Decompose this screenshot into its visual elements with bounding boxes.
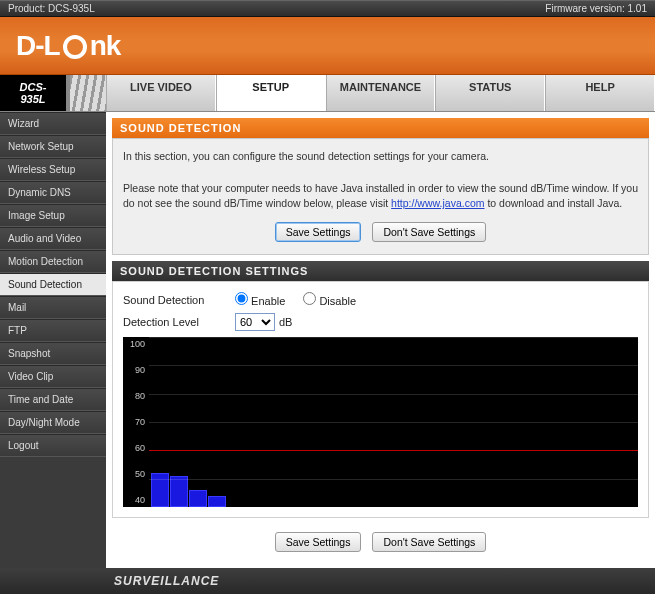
chart-plot-area xyxy=(149,337,638,507)
sound-chart: 100908070605040 xyxy=(123,337,638,507)
chart-gridline xyxy=(149,422,638,423)
content-area: SOUND DETECTION In this section, you can… xyxy=(106,112,655,568)
row-sound-detection: Sound Detection Enable Disable xyxy=(123,292,638,307)
tab-maintenance[interactable]: MAINTENANCE xyxy=(326,75,436,111)
footer-band-text: SURVEILLANCE xyxy=(114,574,219,588)
sidebar-item-time-and-date[interactable]: Time and Date xyxy=(0,388,106,411)
firmware-label: Firmware version: 1.01 xyxy=(545,3,647,14)
sidebar: WizardNetwork SetupWireless SetupDynamic… xyxy=(0,112,106,568)
sidebar-item-wizard[interactable]: Wizard xyxy=(0,112,106,135)
save-button-bottom[interactable]: Save Settings xyxy=(275,532,362,552)
nav-stripes-icon xyxy=(70,75,106,111)
sidebar-item-video-clip[interactable]: Video Clip xyxy=(0,365,106,388)
sidebar-item-snapshot[interactable]: Snapshot xyxy=(0,342,106,365)
tab-live-video[interactable]: LIVE VIDEO xyxy=(106,75,216,111)
dlink-logo: D-Lnk xyxy=(16,30,120,62)
dont-save-button-top[interactable]: Don't Save Settings xyxy=(372,222,486,242)
enable-radio[interactable] xyxy=(235,292,248,305)
dont-save-button-bottom[interactable]: Don't Save Settings xyxy=(372,532,486,552)
chart-bar xyxy=(170,476,188,507)
chart-y-axis: 100908070605040 xyxy=(123,337,149,507)
copyright: Copyright 2014, D-Link Corporation / D-L… xyxy=(0,594,655,610)
chart-bar xyxy=(189,490,207,507)
chart-ytick: 40 xyxy=(135,495,145,505)
product-tag: DCS-935L xyxy=(0,75,70,111)
chart-ytick: 60 xyxy=(135,443,145,453)
intro-text: In this section, you can configure the s… xyxy=(123,149,638,165)
chart-ytick: 80 xyxy=(135,391,145,401)
row-detection-level: Detection Level 60 dB xyxy=(123,313,638,331)
save-button-top[interactable]: Save Settings xyxy=(275,222,362,242)
chart-ytick: 70 xyxy=(135,417,145,427)
enable-option[interactable]: Enable xyxy=(235,292,285,307)
sidebar-item-audio-and-video[interactable]: Audio and Video xyxy=(0,227,106,250)
chart-gridline xyxy=(149,365,638,366)
sidebar-item-motion-detection[interactable]: Motion Detection xyxy=(0,250,106,273)
chart-gridline xyxy=(149,507,638,508)
chart-threshold-line xyxy=(149,450,638,451)
detection-level-select[interactable]: 60 xyxy=(235,313,275,331)
chart-ytick: 90 xyxy=(135,365,145,375)
sidebar-item-dynamic-dns[interactable]: Dynamic DNS xyxy=(0,181,106,204)
disable-option[interactable]: Disable xyxy=(303,292,356,307)
chart-gridline xyxy=(149,479,638,480)
settings-title: SOUND DETECTION SETTINGS xyxy=(112,261,649,281)
sidebar-item-day-night-mode[interactable]: Day/Night Mode xyxy=(0,411,106,434)
sound-detection-label: Sound Detection xyxy=(123,294,235,306)
chart-ytick: 50 xyxy=(135,469,145,479)
main-nav: DCS-935L LIVE VIDEOSETUPMAINTENANCESTATU… xyxy=(0,75,655,112)
bottom-button-row: Save Settings Don't Save Settings xyxy=(112,532,649,552)
sidebar-item-image-setup[interactable]: Image Setup xyxy=(0,204,106,227)
detection-level-unit: dB xyxy=(279,316,292,328)
sidebar-item-ftp[interactable]: FTP xyxy=(0,319,106,342)
enable-label: Enable xyxy=(251,295,285,307)
java-link[interactable]: http://www.java.com xyxy=(391,197,484,209)
tab-help[interactable]: HELP xyxy=(545,75,655,111)
product-label: Product: DCS-935L xyxy=(8,3,95,14)
sidebar-item-logout[interactable]: Logout xyxy=(0,434,106,457)
chart-gridline xyxy=(149,337,638,338)
section-title: SOUND DETECTION xyxy=(112,118,649,138)
disable-radio[interactable] xyxy=(303,292,316,305)
logo-ring-icon xyxy=(63,35,87,59)
java-note-post: to download and install Java. xyxy=(484,197,622,209)
disable-label: Disable xyxy=(319,295,356,307)
top-button-row: Save Settings Don't Save Settings xyxy=(123,222,638,242)
footer-band: SURVEILLANCE xyxy=(0,568,655,594)
tab-setup[interactable]: SETUP xyxy=(216,75,326,111)
detection-level-label: Detection Level xyxy=(123,316,235,328)
top-bar: Product: DCS-935L Firmware version: 1.01 xyxy=(0,0,655,17)
logo-text-post: nk xyxy=(90,30,121,62)
sidebar-item-sound-detection[interactable]: Sound Detection xyxy=(0,273,106,296)
settings-body: Sound Detection Enable Disable Detection… xyxy=(112,281,649,518)
chart-ytick: 100 xyxy=(130,339,145,349)
chart-bar xyxy=(208,496,226,507)
java-note: Please note that your computer needs to … xyxy=(123,181,638,213)
tab-status[interactable]: STATUS xyxy=(435,75,545,111)
logo-text-pre: D-L xyxy=(16,30,60,62)
section-intro-body: In this section, you can configure the s… xyxy=(112,138,649,255)
sidebar-item-mail[interactable]: Mail xyxy=(0,296,106,319)
chart-gridline xyxy=(149,394,638,395)
brand-banner: D-Lnk xyxy=(0,17,655,75)
sidebar-item-wireless-setup[interactable]: Wireless Setup xyxy=(0,158,106,181)
sidebar-item-network-setup[interactable]: Network Setup xyxy=(0,135,106,158)
